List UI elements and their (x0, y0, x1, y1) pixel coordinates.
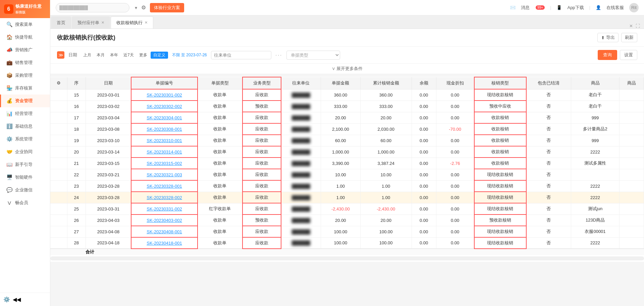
table-row[interactable]: 202023-03-14SK-20230314-001收款单应收款██████1… (50, 146, 644, 158)
table-row[interactable]: 192023-03-10SK-20230310-001收款单应收款██████6… (50, 135, 644, 146)
sidebar-item-operation[interactable]: 📊 经营管理 (0, 107, 50, 120)
cell-doc-no[interactable]: SK-20230403-002 (131, 215, 197, 226)
export-button[interactable]: ⬆ 导出 (597, 33, 619, 42)
cell-doc-no[interactable]: SK-20230310-001 (131, 135, 197, 146)
app-label[interactable]: App下载 (567, 5, 584, 11)
tab-prepay-close[interactable]: ✕ (101, 20, 104, 25)
doc-link[interactable]: SK-20230302-002 (147, 104, 182, 109)
date-btn-last-month[interactable]: 上月 (81, 52, 93, 59)
doc-link[interactable]: SK-20230403-002 (147, 218, 182, 223)
doc-link[interactable]: SK-20230314-001 (147, 149, 182, 155)
cell-no: 15 (67, 89, 86, 101)
table-row[interactable]: 212023-03-15SK-20230315-002收款单应收款██████3… (50, 158, 644, 169)
col-gear[interactable]: ⚙ (50, 77, 67, 89)
table-row[interactable]: 242023-03-28SK-20230328-002收款单应收款██████1… (50, 192, 644, 203)
tab-expand-icon[interactable]: ⛶ (636, 23, 640, 28)
cell-partner: ██████ (281, 123, 321, 135)
date-btn-more[interactable]: 更多 (137, 52, 149, 59)
sidebar-item-sales[interactable]: 💼 销售管理 (0, 56, 50, 69)
sidebar-item-guide[interactable]: 📖 新手引导 (0, 158, 50, 171)
sidebar-item-corp[interactable]: 🤝 企业协同 (0, 145, 50, 158)
sidebar-item-purchase[interactable]: 📦 采购管理 (0, 69, 50, 82)
cell-balance: 0.00 (412, 180, 436, 192)
tab-prepay[interactable]: 预付应付单 ✕ (72, 16, 110, 28)
user-avatar[interactable]: Rit (629, 3, 639, 12)
doc-link[interactable]: SK-20230310-001 (147, 138, 182, 143)
table-row[interactable]: 152023-03-01SK-20230301-002收款单应收款██████3… (50, 89, 644, 101)
doc-link[interactable]: SK-20230301-002 (147, 93, 182, 98)
cell-doc-no[interactable]: SK-20230304-001 (131, 112, 197, 123)
table-row[interactable]: 182023-03-08SK-20230308-001收款单应收款██████2… (50, 123, 644, 135)
dropdown-icon[interactable]: ▾ (135, 5, 137, 10)
sidebar-item-inventory[interactable]: 🏪 库存核算 (0, 82, 50, 95)
sidebar-item-search[interactable]: 🔍 搜索菜单 (0, 18, 50, 31)
service-label[interactable]: 在线客服 (606, 5, 624, 11)
cell-doc-no[interactable]: SK-20230314-001 (131, 146, 197, 158)
doc-type-select[interactable]: 单据类型 (286, 51, 340, 60)
cell-doc-no[interactable]: SK-20230302-002 (131, 101, 197, 112)
doc-link[interactable]: SK-20230418-001 (147, 241, 182, 246)
expand-more-bar[interactable]: ∨ 展开更多条件 (50, 64, 644, 74)
sidebar-item-finance[interactable]: 💰 资金管理 (0, 95, 50, 107)
doc-link[interactable]: SK-20230304-001 (147, 115, 182, 120)
filter-toggle-button[interactable]: ≫ (57, 51, 64, 59)
cell-doc-no[interactable]: SK-20230315-002 (131, 158, 197, 169)
partner-input[interactable] (211, 51, 271, 59)
tab-collection-close[interactable]: ✕ (145, 20, 148, 25)
collapse-icon[interactable]: ◀◀ (13, 296, 21, 303)
cell-doc-no[interactable]: SK-20230321-003 (131, 169, 197, 180)
table-row[interactable]: 272023-04-08SK-20230408-001收款单应收款██████1… (50, 226, 644, 237)
sidebar-item-marketing[interactable]: 📣 营销推广 (0, 44, 50, 56)
date-btn-this-year[interactable]: 本年 (108, 52, 120, 59)
tab-collection[interactable]: 收款核销执行 ✕ (111, 16, 153, 28)
refresh-button[interactable]: 刷新 (621, 33, 637, 42)
cell-cash-discount: -2.76 (436, 158, 474, 169)
cell-doc-no[interactable]: SK-20230331-002 (131, 203, 197, 215)
doc-link[interactable]: SK-20230328-002 (147, 195, 182, 200)
date-btn-7days[interactable]: 近7天 (121, 52, 136, 59)
table-header-row: ⚙ 序 日期 单据编号 单据类型 业务类型 往来单位 单据金额 累计核销金额 余… (50, 77, 644, 89)
cell-doc-no[interactable]: SK-20230308-001 (131, 123, 197, 135)
message-label[interactable]: 消息 (521, 5, 530, 11)
table-row[interactable]: 282023-04-18SK-20230418-001收款单应收款██████1… (50, 237, 644, 249)
tab-home[interactable]: 首页 (51, 16, 71, 28)
query-button[interactable]: 查询 (598, 50, 617, 60)
date-btn-this-month[interactable]: 本月 (95, 52, 107, 59)
cell-doc-type: 收款单 (198, 237, 243, 249)
cell-doc-no[interactable]: SK-20230418-001 (131, 237, 197, 249)
table-row[interactable]: 162023-03-02SK-20230302-002收款单预收款██████3… (50, 101, 644, 112)
doc-link[interactable]: SK-20230328-001 (147, 184, 182, 189)
table-row[interactable]: 222023-03-21SK-20230321-003收款单应收款██████1… (50, 169, 644, 180)
cell-doc-no[interactable]: SK-20230408-001 (131, 226, 197, 237)
sidebar-item-system[interactable]: ⚙️ 系统管理 (0, 133, 50, 145)
cell-doc-no[interactable]: SK-20230328-001 (131, 180, 197, 192)
table-row[interactable]: 252023-03-31SK-20230331-002红字收款单应收款█████… (50, 203, 644, 215)
settings-button[interactable]: 设置 (620, 50, 637, 60)
date-custom-button[interactable]: 自定义 (151, 52, 168, 59)
table-scrollbar[interactable] (50, 256, 644, 260)
inventory-icon: 🏪 (6, 85, 12, 91)
cell-doc-no[interactable]: SK-20230301-002 (131, 89, 197, 101)
table-row[interactable]: 172023-03-04SK-20230304-001收款单应收款██████2… (50, 112, 644, 123)
cell-cancel-type: 收款核销 (474, 123, 526, 135)
solution-button[interactable]: 体验行业方案 (150, 3, 184, 12)
sidebar-item-hardware[interactable]: 🖥️ 智能硬件 (0, 171, 50, 184)
doc-link[interactable]: SK-20230315-002 (147, 161, 182, 166)
tab-close-all-icon[interactable]: ✕ (629, 23, 633, 28)
table-row[interactable]: 262023-04-03SK-20230403-002收款单预收款██████2… (50, 215, 644, 226)
table-row[interactable]: 232023-03-28SK-20230328-001收款单应收款██████1… (50, 180, 644, 192)
cell-date: 2023-04-08 (86, 226, 131, 237)
topbar-gear-icon[interactable]: ⚙ (141, 4, 146, 11)
sidebar-item-label: 智能硬件 (15, 174, 33, 180)
doc-link[interactable]: SK-20230408-001 (147, 229, 182, 234)
sidebar-item-quicknav[interactable]: 🏠 快捷导航 (0, 31, 50, 44)
sidebar-item-vip[interactable]: V 畅会员 (0, 196, 50, 209)
sidebar-item-basic[interactable]: ℹ️ 基础信息 (0, 120, 50, 133)
settings-bottom-icon[interactable]: ⚙️ (3, 296, 10, 303)
cell-doc-no[interactable]: SK-20230328-002 (131, 192, 197, 203)
doc-link[interactable]: SK-20230331-002 (147, 206, 182, 211)
doc-link[interactable]: SK-20230308-001 (147, 127, 182, 132)
sidebar-item-wechat[interactable]: 💬 企业微信 (0, 184, 50, 196)
cell-partner: ██████ (281, 158, 321, 169)
doc-link[interactable]: SK-20230321-003 (147, 172, 182, 177)
